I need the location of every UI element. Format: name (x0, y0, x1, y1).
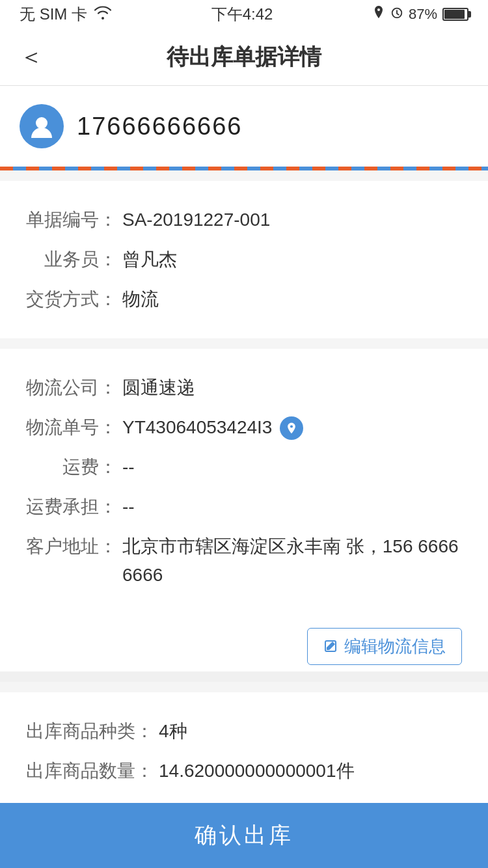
logistics-section: 物流公司： 圆通速递 物流单号： YT43064053424I3 运费： -- … (0, 349, 488, 615)
battery-icon (442, 8, 468, 21)
outbound-info-section: 出库商品种类： 4种 出库商品数量： 14.620000000000001件 (0, 692, 488, 811)
tracking-value: YT43064053424I3 (122, 413, 462, 442)
freight-row: 运费： -- (26, 448, 462, 487)
address-value: 北京市市辖区海淀区永丰南 张，156 6666 6666 (122, 532, 462, 591)
address-row: 客户地址： 北京市市辖区海淀区永丰南 张，156 6666 6666 (26, 527, 462, 596)
delivery-method-value: 物流 (122, 285, 462, 314)
map-pin-icon (285, 422, 298, 435)
sales-person-row: 业务员： 曾凡杰 (26, 240, 462, 280)
tracking-row: 物流单号： YT43064053424I3 (26, 408, 462, 448)
gray-divider-1 (0, 671, 488, 682)
confirm-outbound-button[interactable]: 确认出库 (0, 803, 488, 868)
edit-btn-row: 编辑物流信息 (0, 615, 488, 671)
order-no-label: 单据编号： (26, 206, 117, 235)
basic-info-section: 单据编号： SA-20191227-001 业务员： 曾凡杰 交货方式： 物流 (0, 181, 488, 338)
status-right: 87% (372, 5, 468, 23)
edit-logistics-label: 编辑物流信息 (344, 635, 446, 658)
carrier-label: 无 SIM 卡 (20, 4, 87, 25)
freight-bearer-label: 运费承担： (26, 493, 117, 522)
delivery-method-label: 交货方式： (26, 285, 117, 314)
page-title: 待出库单据详情 (167, 42, 321, 72)
logistics-company-row: 物流公司： 圆通速递 (26, 368, 462, 408)
time-label: 下午4:42 (211, 4, 273, 25)
back-button[interactable]: ＜ (20, 34, 56, 79)
customer-header: 17666666666 (0, 86, 488, 167)
nav-bar: ＜ 待出库单据详情 (0, 29, 488, 86)
customer-phone: 17666666666 (77, 113, 242, 141)
product-quantity-value: 14.620000000000001件 (159, 757, 462, 786)
address-label: 客户地址： (26, 532, 117, 562)
status-bar: 无 SIM 卡 下午4:42 87% (0, 0, 488, 29)
freight-label: 运费： (26, 453, 117, 482)
battery-label: 87% (409, 6, 437, 23)
alarm-icon (390, 5, 403, 23)
order-no-value: SA-20191227-001 (122, 206, 462, 235)
user-icon (29, 113, 55, 139)
avatar (20, 104, 64, 148)
dashed-divider (0, 167, 488, 170)
order-no-row: 单据编号： SA-20191227-001 (26, 200, 462, 240)
track-location-button[interactable] (280, 416, 303, 440)
freight-bearer-value: -- (122, 493, 462, 522)
product-types-label: 出库商品种类： (26, 717, 154, 746)
delivery-method-row: 交货方式： 物流 (26, 280, 462, 319)
freight-value: -- (122, 453, 462, 482)
product-quantity-row: 出库商品数量： 14.620000000000001件 (26, 752, 462, 791)
svg-point-1 (36, 117, 47, 129)
product-types-row: 出库商品种类： 4种 (26, 712, 462, 752)
logistics-company-value: 圆通速递 (122, 373, 462, 403)
sales-person-value: 曾凡杰 (122, 245, 462, 275)
sales-person-label: 业务员： (26, 245, 117, 275)
wifi-icon (94, 5, 112, 23)
confirm-outbound-label: 确认出库 (195, 821, 293, 850)
logistics-company-label: 物流公司： (26, 373, 117, 403)
edit-logistics-button[interactable]: 编辑物流信息 (307, 628, 462, 665)
product-types-value: 4种 (159, 717, 462, 746)
status-left: 无 SIM 卡 (20, 4, 112, 25)
location-status-icon (372, 5, 385, 23)
freight-bearer-row: 运费承担： -- (26, 487, 462, 527)
tracking-label: 物流单号： (26, 413, 117, 442)
edit-icon (323, 639, 339, 655)
product-quantity-label: 出库商品数量： (26, 757, 154, 786)
